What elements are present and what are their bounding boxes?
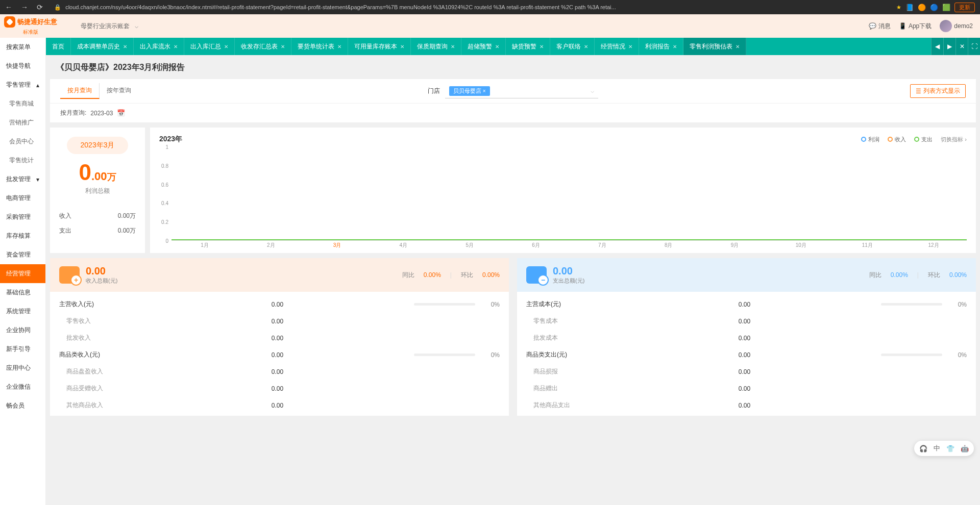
- close-icon[interactable]: ✕: [281, 44, 285, 49]
- legend-profit[interactable]: 利润: [861, 136, 879, 143]
- nav-forward-icon[interactable]: →: [21, 3, 28, 11]
- sidebar-item-15[interactable]: 企业协同: [0, 321, 45, 340]
- nav-back-icon[interactable]: ←: [5, 3, 12, 11]
- close-icon[interactable]: ✕: [224, 44, 228, 49]
- lock-icon: 🔒: [54, 4, 61, 11]
- store-tag[interactable]: 贝贝母婴店: [449, 86, 490, 96]
- sidebar-item-19[interactable]: 畅会员: [0, 396, 45, 415]
- app-topbar: 畅捷通好生意 标准版 母婴行业演示账套 ⌵ 💬 消息 📱 App下载 demo2: [0, 14, 980, 38]
- tab-13[interactable]: 零售利润预估表✕: [683, 38, 746, 55]
- browser-new-button[interactable]: 更新: [954, 3, 975, 12]
- close-icon[interactable]: ✕: [673, 44, 677, 49]
- robot-icon[interactable]: 🤖: [961, 445, 969, 452]
- date-query-value[interactable]: 2023-03: [90, 110, 113, 117]
- sidebar-item-5[interactable]: 会员中心: [0, 132, 45, 151]
- address-bar[interactable]: cloud.chanjet.com/nsy/u4oor/4daqxn/iole3…: [65, 4, 896, 10]
- table-row: 零售收入0.00: [59, 313, 500, 330]
- sidebar-item-7[interactable]: 批发管理▾: [0, 170, 45, 189]
- sidebar-item-4[interactable]: 营销推广: [0, 113, 45, 132]
- expense-total: 0.00: [553, 265, 584, 277]
- tab-9[interactable]: 缺货预警✕: [506, 38, 550, 55]
- chevron-down-icon: ▾: [36, 176, 39, 183]
- sidebar-item-2[interactable]: 零售管理▴: [0, 75, 45, 94]
- sidebar-item-1[interactable]: 快捷导航: [0, 57, 45, 75]
- close-icon[interactable]: ✕: [495, 44, 499, 49]
- tab-3[interactable]: 出入库汇总✕: [184, 38, 235, 55]
- income-label: 收入: [59, 212, 71, 220]
- bookmark-star-icon[interactable]: ★: [896, 4, 901, 11]
- close-icon[interactable]: ✕: [736, 44, 740, 49]
- summary-month: 2023年3月: [67, 137, 128, 154]
- shirt-icon[interactable]: 👕: [946, 445, 954, 452]
- summary-card: 2023年3月 0.00万 利润总额 收入 0.00万 支出 0.00万: [50, 128, 145, 253]
- tab-7[interactable]: 保质期查询✕: [411, 38, 461, 55]
- close-icon[interactable]: ✕: [123, 44, 127, 49]
- tab-12[interactable]: 利润报告✕: [639, 38, 683, 55]
- sidebar-item-17[interactable]: 应用中心: [0, 359, 45, 377]
- nav-reload-icon[interactable]: ⟳: [37, 3, 43, 11]
- extension-icon-4[interactable]: 🟩: [942, 4, 950, 11]
- sidebar-item-0[interactable]: 搜索菜单: [0, 38, 45, 57]
- sidebar-item-9[interactable]: 采购管理: [0, 208, 45, 226]
- close-icon[interactable]: ✕: [174, 44, 178, 49]
- switch-indicator[interactable]: 切换指标 ›: [941, 136, 967, 143]
- date-query: 按月查询: 2023-03 📅: [50, 104, 976, 122]
- tab-6[interactable]: 可用量库存账本✕: [348, 38, 411, 55]
- sidebar-item-6[interactable]: 零售统计: [0, 151, 45, 170]
- sidebar-item-3[interactable]: 零售商城: [0, 94, 45, 113]
- extension-icon-3[interactable]: 🔵: [930, 4, 938, 11]
- income-total: 0.00: [86, 265, 117, 277]
- store-select[interactable]: 贝贝母婴店 ⌵: [445, 84, 598, 98]
- legend-income[interactable]: 收入: [888, 136, 906, 143]
- close-icon[interactable]: ✕: [451, 44, 455, 49]
- page-title: 《贝贝母婴店》2023年3月利润报告: [46, 55, 980, 79]
- sidebar-item-11[interactable]: 资金管理: [0, 245, 45, 264]
- close-icon[interactable]: ✕: [400, 44, 404, 49]
- app-download-link[interactable]: 📱 App下载: [899, 22, 932, 31]
- close-icon[interactable]: ✕: [584, 44, 588, 49]
- calendar-icon[interactable]: 📅: [117, 109, 125, 117]
- sidebar-item-8[interactable]: 电商管理: [0, 189, 45, 208]
- sidebar-item-12[interactable]: 经营管理: [0, 264, 45, 283]
- headset-icon[interactable]: 🎧: [919, 445, 927, 452]
- sidebar-item-16[interactable]: 新手引导: [0, 340, 45, 359]
- legend-expense[interactable]: 支出: [914, 136, 933, 143]
- income-icon: [59, 266, 80, 284]
- filter-row: 按月查询 按年查询 门店 贝贝母婴店 ⌵ ☰ 列表方式显示: [50, 79, 976, 104]
- message-icon: 💬: [869, 22, 876, 30]
- close-icon[interactable]: ✕: [540, 44, 544, 49]
- floating-tools: 🎧 中 👕 🤖: [914, 441, 974, 456]
- lang-toggle[interactable]: 中: [934, 444, 940, 453]
- tab-4[interactable]: 收发存汇总表✕: [235, 38, 291, 55]
- user-menu[interactable]: demo2: [940, 20, 973, 32]
- sidebar-item-18[interactable]: 企业微信: [0, 377, 45, 396]
- extension-icon-2[interactable]: 🟠: [918, 4, 926, 11]
- sidebar-item-14[interactable]: 系统管理: [0, 302, 45, 321]
- extension-icon-1[interactable]: 📘: [905, 4, 914, 11]
- list-mode-button[interactable]: ☰ 列表方式显示: [910, 84, 966, 98]
- income-value: 0.00万: [118, 212, 136, 220]
- query-tab-year[interactable]: 按年查询: [100, 83, 138, 99]
- store-filter: 门店 贝贝母婴店 ⌵: [428, 84, 598, 98]
- tab-scroll-right-icon[interactable]: ▶: [943, 38, 955, 55]
- tab-10[interactable]: 客户联络✕: [550, 38, 595, 55]
- brand-edition: 标准版: [4, 29, 57, 36]
- close-icon[interactable]: ✕: [337, 44, 341, 49]
- close-icon[interactable]: ✕: [628, 44, 632, 49]
- store-filter-label: 门店: [428, 87, 440, 95]
- sidebar-item-10[interactable]: 库存核算: [0, 226, 45, 245]
- sidebar-item-13[interactable]: 基础信息: [0, 283, 45, 302]
- account-select[interactable]: 母婴行业演示账套 ⌵: [76, 20, 167, 33]
- tab-fullscreen-icon[interactable]: ⛶: [968, 38, 980, 55]
- tab-close-all-icon[interactable]: ✕: [955, 38, 968, 55]
- tab-2[interactable]: 出入库流水✕: [134, 38, 184, 55]
- tab-11[interactable]: 经营情况✕: [595, 38, 639, 55]
- table-row: 其他商品收入0.00: [59, 397, 500, 414]
- tab-5[interactable]: 要货单统计表✕: [291, 38, 348, 55]
- tab-0[interactable]: 首页: [46, 38, 71, 55]
- tab-8[interactable]: 超储预警✕: [461, 38, 506, 55]
- tab-1[interactable]: 成本调整单历史✕: [71, 38, 134, 55]
- query-tab-month[interactable]: 按月查询: [60, 83, 100, 99]
- tab-scroll-left-icon[interactable]: ◀: [931, 38, 943, 55]
- messages-link[interactable]: 💬 消息: [869, 22, 891, 31]
